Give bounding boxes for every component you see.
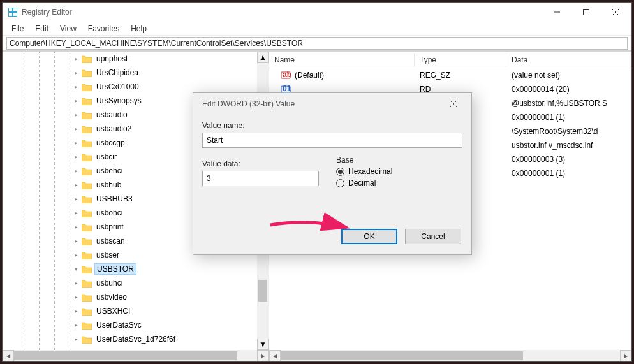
scroll-up-button[interactable]: ▲ bbox=[257, 52, 269, 63]
menu-file[interactable]: File bbox=[6, 23, 29, 34]
expand-icon[interactable]: ▸ bbox=[71, 294, 80, 300]
cell-data: (value not set) bbox=[506, 69, 631, 81]
minimize-button[interactable] bbox=[542, 3, 571, 21]
value-name-label: Value name: bbox=[202, 121, 462, 130]
address-input[interactable] bbox=[6, 37, 628, 50]
dialog-buttons: OK Cancel bbox=[193, 221, 471, 254]
tree-item-label: UrsSynopsys bbox=[94, 96, 144, 106]
scroll-thumb[interactable] bbox=[258, 280, 267, 302]
expand-icon[interactable]: ▸ bbox=[71, 154, 80, 160]
app-icon bbox=[8, 7, 18, 17]
folder-icon bbox=[82, 181, 92, 189]
tree-item[interactable]: ▸usbvideo bbox=[3, 290, 269, 304]
hexadecimal-label: Hexadecimal bbox=[348, 167, 392, 176]
scroll-thumb[interactable] bbox=[281, 351, 523, 360]
dialog-titlebar[interactable]: Edit DWORD (32-bit) Value bbox=[193, 93, 471, 115]
tree-item-label: usbehci bbox=[94, 166, 124, 176]
expand-icon[interactable]: ▸ bbox=[71, 322, 80, 328]
column-header-data[interactable]: Data bbox=[506, 53, 631, 67]
tree-item[interactable]: ▸UrsChipidea bbox=[3, 66, 269, 80]
folder-icon bbox=[82, 335, 92, 344]
scroll-right-button[interactable]: ▶ bbox=[620, 350, 631, 361]
list-horizontal-scrollbar[interactable]: ◀ ▶ bbox=[269, 350, 631, 361]
expand-icon[interactable]: ▸ bbox=[71, 252, 80, 258]
folder-icon bbox=[82, 265, 92, 273]
cell-data: 0x00000001 (1) bbox=[506, 112, 631, 123]
expand-icon[interactable]: ▸ bbox=[71, 98, 80, 104]
cell-type: REG_SZ bbox=[415, 69, 506, 81]
tree-item-label: usbohci bbox=[94, 208, 124, 218]
tree-item[interactable]: ▸UserDataSvc_1d726f6f bbox=[3, 332, 269, 346]
tree-item-label: usbscan bbox=[94, 236, 127, 246]
folder-icon bbox=[82, 251, 92, 259]
svg-rect-6 bbox=[584, 10, 589, 15]
svg-rect-4 bbox=[13, 13, 17, 16]
hexadecimal-radio[interactable]: Hexadecimal bbox=[336, 167, 392, 176]
menu-favorites[interactable]: Favorites bbox=[83, 23, 124, 34]
expand-icon[interactable]: ▸ bbox=[71, 238, 80, 244]
expand-icon[interactable]: ▸ bbox=[71, 55, 80, 62]
window-title: Registry Editor bbox=[22, 8, 542, 17]
tree-item-label: usbaudio2 bbox=[94, 124, 133, 134]
folder-icon bbox=[82, 321, 92, 330]
expand-icon[interactable]: ▸ bbox=[71, 210, 80, 216]
folder-icon bbox=[82, 55, 92, 63]
menu-view[interactable]: View bbox=[55, 23, 82, 34]
dialog-close-button[interactable] bbox=[441, 94, 466, 113]
scroll-left-button[interactable]: ◀ bbox=[269, 350, 281, 361]
decimal-radio[interactable]: Decimal bbox=[336, 178, 392, 187]
expand-icon[interactable]: ▸ bbox=[71, 69, 80, 76]
dialog-body: Value name: Value data: Base Hexadecimal… bbox=[193, 115, 471, 221]
ok-button[interactable]: OK bbox=[341, 229, 397, 244]
list-header[interactable]: Name Type Data bbox=[269, 52, 631, 68]
expand-icon[interactable]: ▸ bbox=[71, 182, 80, 188]
tree-item-label: UrsCx01000 bbox=[94, 82, 141, 92]
expand-icon[interactable]: ▸ bbox=[71, 126, 80, 132]
tree-item[interactable]: ▸USBXHCI bbox=[3, 304, 269, 318]
list-row[interactable]: ab(Default)REG_SZ(value not set) bbox=[269, 68, 631, 82]
cell-data: usbstor.inf v_mscdsc.inf bbox=[506, 140, 631, 151]
column-header-name[interactable]: Name bbox=[269, 53, 415, 67]
expand-icon[interactable]: ▸ bbox=[71, 112, 80, 118]
svg-text:011: 011 bbox=[283, 84, 291, 93]
tree-item-label: usbaudio bbox=[94, 110, 129, 120]
scroll-right-button[interactable]: ▶ bbox=[257, 350, 269, 361]
menu-edit[interactable]: Edit bbox=[30, 23, 54, 34]
expand-icon[interactable]: ▸ bbox=[71, 224, 80, 230]
scroll-track[interactable] bbox=[14, 350, 257, 361]
cancel-button[interactable]: Cancel bbox=[405, 229, 461, 244]
tree-item[interactable]: ▸UrsCx01000 bbox=[3, 80, 269, 94]
expand-icon[interactable]: ▸ bbox=[71, 140, 80, 146]
expand-icon[interactable]: ▸ bbox=[71, 280, 80, 286]
close-button[interactable] bbox=[601, 3, 630, 21]
scroll-track[interactable] bbox=[281, 350, 620, 361]
cell-data: \SystemRoot\System32\d bbox=[506, 126, 631, 137]
tree-item-label: UserDataSvc_1d726f6f bbox=[94, 334, 177, 344]
cell-name: ab(Default) bbox=[269, 69, 415, 82]
expand-icon[interactable]: ▸ bbox=[71, 308, 80, 314]
value-name-input[interactable] bbox=[202, 133, 462, 148]
menu-help[interactable]: Help bbox=[126, 23, 152, 34]
string-value-icon: ab bbox=[281, 70, 291, 80]
scroll-down-button[interactable]: ▼ bbox=[257, 339, 269, 350]
tree-item[interactable]: ▾USBSTOR bbox=[3, 262, 269, 276]
scroll-thumb[interactable] bbox=[14, 351, 237, 360]
expand-icon[interactable]: ▸ bbox=[71, 168, 80, 174]
tree-item[interactable]: ▸upnphost bbox=[3, 52, 269, 66]
titlebar[interactable]: Registry Editor bbox=[3, 3, 631, 22]
tree-item[interactable]: ▸usbuhci bbox=[3, 276, 269, 290]
maximize-button[interactable] bbox=[571, 3, 601, 21]
folder-icon bbox=[82, 293, 92, 302]
expand-icon[interactable]: ▾ bbox=[71, 266, 80, 272]
cell-data: @usbstor.inf,%USBSTOR.S bbox=[506, 98, 631, 109]
expand-icon[interactable]: ▸ bbox=[71, 336, 80, 342]
tree-item[interactable]: ▸UserDataSvc bbox=[3, 318, 269, 332]
value-data-input[interactable] bbox=[202, 171, 319, 186]
column-header-type[interactable]: Type bbox=[415, 53, 506, 67]
expand-icon[interactable]: ▸ bbox=[71, 84, 80, 90]
folder-icon bbox=[82, 139, 92, 147]
base-label: Base bbox=[336, 156, 392, 164]
tree-horizontal-scrollbar[interactable]: ◀ ▶ bbox=[3, 350, 269, 361]
scroll-left-button[interactable]: ◀ bbox=[3, 350, 14, 361]
expand-icon[interactable]: ▸ bbox=[71, 196, 80, 202]
